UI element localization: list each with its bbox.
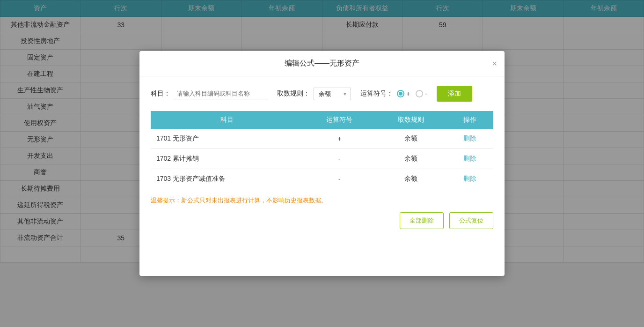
modal-footer: 全部删除 公式复位 — [139, 208, 505, 229]
radio-plus-circle — [397, 90, 404, 97]
operator-field-group: 运算符号： + - — [360, 89, 427, 98]
formula-operator-cell: - — [304, 149, 375, 169]
formula-rule-cell: 余额 — [375, 149, 447, 169]
operator-radio-group: + - — [397, 90, 427, 97]
operator-label: 运算符号： — [360, 89, 393, 98]
operator-minus-radio[interactable]: - — [416, 90, 427, 97]
operator-plus-radio[interactable]: + — [397, 90, 410, 97]
formula-action-cell: 删除 — [447, 129, 493, 149]
modal-dialog: 编辑公式——无形资产 × 科目： 取数规则： 余额 借方 贷方 — [139, 51, 505, 276]
subject-input[interactable] — [174, 88, 268, 99]
radio-minus-circle — [416, 90, 423, 97]
th-action: 操作 — [447, 111, 493, 129]
rule-field-group: 取数规则： 余额 借方 贷方 — [277, 88, 351, 100]
form-row: 科目： 取数规则： 余额 借方 贷方 运算符号： — [139, 76, 505, 111]
formula-table: 科目 运算符号 取数规则 操作 1701 无形资产+余额删除1702 累计摊销-… — [151, 111, 493, 189]
rule-select-wrap: 余额 借方 贷方 — [314, 88, 351, 100]
modal-header: 编辑公式——无形资产 × — [139, 51, 505, 76]
rule-label: 取数规则： — [277, 89, 310, 98]
formula-rule-cell: 余额 — [375, 169, 447, 189]
delete-row-link[interactable]: 删除 — [463, 134, 476, 142]
formula-operator-cell: - — [304, 169, 375, 189]
subject-field-group: 科目： — [151, 88, 268, 99]
formula-operator-cell: + — [304, 129, 375, 149]
th-operator: 运算符号 — [304, 111, 375, 129]
warning-text: 温馨提示：新公式只对未出报表进行计算，不影响历史报表数据。 — [139, 189, 505, 208]
close-button[interactable]: × — [492, 59, 497, 68]
formula-subject-cell: 1703 无形资产减值准备 — [151, 169, 304, 189]
formula-table-row: 1702 累计摊销-余额删除 — [151, 149, 493, 169]
formula-table-row: 1703 无形资产减值准备-余额删除 — [151, 169, 493, 189]
reset-formula-button[interactable]: 公式复位 — [449, 212, 493, 229]
formula-subject-cell: 1701 无形资产 — [151, 129, 304, 149]
subject-label: 科目： — [151, 89, 170, 98]
modal-title: 编辑公式——无形资产 — [285, 59, 359, 68]
delete-row-link[interactable]: 删除 — [463, 175, 476, 182]
delete-all-button[interactable]: 全部删除 — [400, 212, 444, 229]
add-button[interactable]: 添加 — [437, 86, 472, 102]
formula-subject-cell: 1702 累计摊销 — [151, 149, 304, 169]
operator-plus-label: + — [406, 90, 410, 97]
rule-select[interactable]: 余额 借方 贷方 — [314, 88, 351, 100]
formula-table-header-row: 科目 运算符号 取数规则 操作 — [151, 111, 493, 129]
formula-action-cell: 删除 — [447, 169, 493, 189]
modal-overlay: 编辑公式——无形资产 × 科目： 取数规则： 余额 借方 贷方 — [0, 0, 644, 327]
formula-table-row: 1701 无形资产+余额删除 — [151, 129, 493, 149]
formula-action-cell: 删除 — [447, 149, 493, 169]
formula-rule-cell: 余额 — [375, 129, 447, 149]
th-subject: 科目 — [151, 111, 304, 129]
delete-row-link[interactable]: 删除 — [463, 155, 476, 162]
operator-minus-label: - — [425, 90, 427, 97]
th-rule: 取数规则 — [375, 111, 447, 129]
formula-table-wrap: 科目 运算符号 取数规则 操作 1701 无形资产+余额删除1702 累计摊销-… — [139, 111, 505, 189]
